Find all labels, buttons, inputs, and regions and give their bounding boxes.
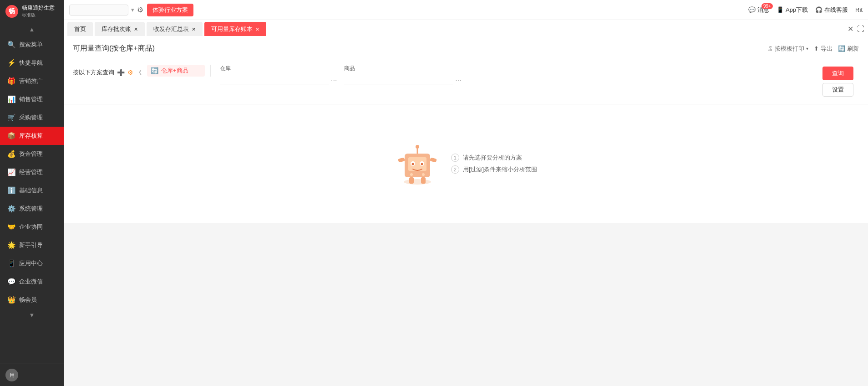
scheme-settings-icon[interactable]: ⚙	[127, 69, 133, 76]
sidebar-item-经营管理[interactable]: 📈 经营管理	[0, 163, 64, 181]
action-buttons: 查询 设置	[817, 65, 859, 98]
topbar-input-area: ▾ ⚙	[69, 5, 143, 15]
svg-point-8	[416, 145, 419, 149]
sidebar-item-新手引导[interactable]: 🌟 新手引导	[0, 236, 64, 254]
print-icon: 🖨	[767, 45, 773, 52]
message-btn[interactable]: 💬 消息 99+	[748, 6, 769, 14]
query-area: 按以下方案查询 ➕ ⚙ 《 🔄 仓库+商品 仓库	[64, 59, 868, 104]
tab-可用量库存账本[interactable]: 可用量库存账本✕	[204, 22, 266, 36]
collapse-icon[interactable]: 《	[136, 69, 142, 77]
topbar-search-input[interactable]	[69, 5, 128, 15]
sidebar-label-4: 采购管理	[19, 113, 43, 122]
sidebar-item-系统管理[interactable]: ⚙️ 系统管理	[0, 200, 64, 218]
sidebar-label-5: 库存核算	[19, 132, 43, 140]
user-avatar[interactable]: 用	[5, 369, 18, 381]
trial-btn[interactable]: 体验行业方案	[147, 4, 193, 16]
svg-point-6	[421, 163, 423, 165]
sidebar-scroll-up[interactable]: ▲	[0, 23, 64, 36]
query-button[interactable]: 查询	[822, 67, 853, 80]
filter-fields: 仓库 ... 商品 ...	[211, 65, 817, 84]
message-badge: 99+	[761, 3, 773, 9]
empty-content: 1 请先选择要分析的方案 2 用[过滤]条件来缩小分析范围	[395, 141, 537, 186]
scheme-item-warehouse-goods[interactable]: 🔄 仓库+商品	[147, 65, 205, 77]
maximize-btn[interactable]: ⛶	[857, 25, 864, 33]
goods-more-btn[interactable]: ...	[455, 75, 461, 83]
sidebar-label-12: 应用中心	[19, 259, 43, 268]
tab-收发存汇总表[interactable]: 收发存汇总表✕	[147, 22, 203, 36]
topbar-gear-icon[interactable]: ⚙	[137, 5, 143, 14]
page-title: 可用量查询(按仓库+商品)	[73, 44, 155, 53]
sidebar-items: 🔍 搜索菜单 ⚡ 快捷导航 🎁 营销推广 📊 销售管理 🛒 采购管理 📦 库存核…	[0, 36, 64, 309]
tabbar: 首页库存批次账✕收发存汇总表✕可用量库存账本✕ ✕ ⛶	[64, 20, 868, 38]
tab-label-3: 可用量库存账本	[211, 25, 253, 33]
hint-num-1: 1	[451, 154, 459, 162]
sidebar-scroll-down[interactable]: ▼	[0, 309, 64, 321]
hint-num-2: 2	[451, 165, 459, 174]
sidebar-item-快捷导航[interactable]: ⚡ 快捷导航	[0, 54, 64, 72]
page-content: 可用量查询(按仓库+商品) 🖨 按模板打印 ▾ ⬆ 导出 🔄 刷新	[64, 38, 868, 386]
sidebar-item-库存核算[interactable]: 📦 库存核算	[0, 127, 64, 145]
goods-input[interactable]	[344, 73, 453, 84]
add-scheme-icon[interactable]: ➕	[117, 69, 125, 76]
svg-point-5	[411, 163, 414, 165]
sidebar-label-6: 资金管理	[19, 150, 43, 158]
online-service-btn[interactable]: 🎧 在线客服	[815, 6, 848, 14]
sidebar-item-采购管理[interactable]: 🛒 采购管理	[0, 108, 64, 127]
sidebar-icon-9: ⚙️	[7, 205, 15, 213]
refresh-action[interactable]: 🔄 刷新	[838, 45, 859, 53]
sidebar-item-搜索菜单[interactable]: 🔍 搜索菜单	[0, 36, 64, 54]
sidebar-label-11: 新手引导	[19, 241, 43, 249]
tab-label-2: 收发存汇总表	[153, 25, 189, 33]
export-action[interactable]: ⬆ 导出	[814, 45, 832, 53]
svg-rect-11	[398, 157, 405, 162]
sidebar-item-销售管理[interactable]: 📊 销售管理	[0, 90, 64, 108]
goods-input-row: ...	[344, 73, 461, 84]
page-header: 可用量查询(按仓库+商品) 🖨 按模板打印 ▾ ⬆ 导出 🔄 刷新	[64, 38, 868, 59]
sidebar-title-area: 畅康通好生意 标准版	[22, 5, 55, 18]
warehouse-input[interactable]	[220, 73, 329, 84]
app-download-btn[interactable]: 📱 App下载	[777, 6, 808, 14]
empty-hint-2: 2 用[过滤]条件来缩小分析范围	[451, 165, 537, 174]
tab-首页[interactable]: 首页	[67, 22, 93, 36]
sidebar-footer: 用	[0, 364, 64, 386]
tab-label-1: 库存批次账	[102, 25, 131, 33]
tab-库存批次账[interactable]: 库存批次账✕	[95, 22, 145, 36]
sidebar-nav: ▲ 🔍 搜索菜单 ⚡ 快捷导航 🎁 营销推广 📊 销售管理 🛒 采购管理 📦 库…	[0, 23, 64, 364]
sidebar-item-企业微信[interactable]: 💬 企业微信	[0, 273, 64, 291]
sidebar-item-基础信息[interactable]: ℹ️ 基础信息	[0, 181, 64, 200]
tab-close-3[interactable]: ✕	[255, 26, 259, 32]
sidebar: 畅 畅康通好生意 标准版 ▲ 🔍 搜索菜单 ⚡ 快捷导航 🎁 营销推广 📊 销售…	[0, 0, 64, 386]
query-label: 按以下方案查询 ➕ ⚙ 《	[73, 65, 147, 80]
mobile-icon: 📱	[777, 6, 784, 13]
tab-actions: ✕ ⛶	[848, 25, 864, 33]
tab-close-1[interactable]: ✕	[134, 26, 138, 32]
tab-close-2[interactable]: ✕	[192, 26, 196, 32]
sidebar-item-资金管理[interactable]: 💰 资金管理	[0, 145, 64, 163]
svg-rect-9	[409, 177, 414, 184]
warehouse-more-btn[interactable]: ...	[331, 75, 337, 83]
topbar: ▾ ⚙ 体验行业方案 💬 消息 99+ 📱 App下载 🎧 在线客服 Rit	[64, 0, 868, 20]
settings-button[interactable]: 设置	[822, 83, 853, 97]
empty-hint-1: 1 请先选择要分析的方案	[451, 154, 537, 162]
sidebar-icon-8: ℹ️	[7, 186, 15, 195]
warehouse-input-row: ...	[220, 73, 337, 84]
sidebar-item-企业协同[interactable]: 🤝 企业协同	[0, 218, 64, 236]
tabs-container: 首页库存批次账✕收发存汇总表✕可用量库存账本✕	[67, 22, 847, 36]
sidebar-item-畅会员[interactable]: 👑 畅会员	[0, 291, 64, 309]
svg-point-0	[404, 179, 431, 185]
user-menu-btn[interactable]: Rit	[855, 6, 863, 13]
sidebar-item-应用中心[interactable]: 📱 应用中心	[0, 254, 64, 273]
export-icon: ⬆	[814, 45, 819, 52]
svg-rect-10	[421, 177, 426, 184]
topbar-dropdown-icon[interactable]: ▾	[131, 6, 134, 13]
sidebar-item-营销推广[interactable]: 🎁 营销推广	[0, 72, 64, 90]
close-tab-btn[interactable]: ✕	[848, 25, 853, 33]
sidebar-label-3: 销售管理	[19, 95, 43, 103]
print-action[interactable]: 🖨 按模板打印 ▾	[767, 45, 808, 53]
main-area: ▾ ⚙ 体验行业方案 💬 消息 99+ 📱 App下载 🎧 在线客服 Rit 首…	[64, 0, 868, 386]
sidebar-icon-5: 📦	[7, 132, 15, 140]
sidebar-icon-10: 🤝	[7, 223, 15, 231]
sidebar-header: 畅 畅康通好生意 标准版	[0, 0, 64, 23]
refresh-icon: 🔄	[838, 45, 845, 52]
sidebar-icon-6: 💰	[7, 150, 15, 158]
